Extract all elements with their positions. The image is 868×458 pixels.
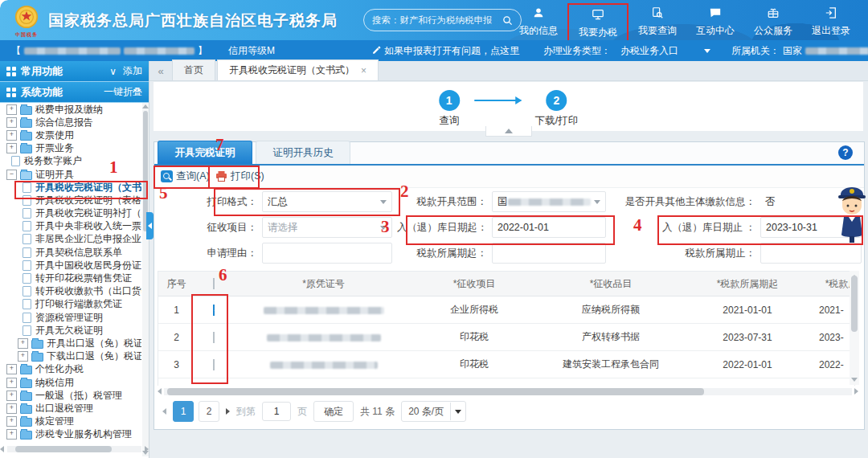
sidebar-item-3[interactable]: +开票业务	[0, 142, 141, 155]
page-button-1[interactable]: 1	[173, 401, 194, 422]
sidebar-item-16[interactable]: 资源税管理证明	[0, 311, 141, 324]
prev-page-icon[interactable]	[162, 408, 166, 415]
sidebar-item-6[interactable]: 开具税收完税证明（文书式）	[0, 181, 141, 194]
row-checkbox[interactable]	[213, 305, 215, 316]
form-label: 是否开具其他主体缴款信息：	[611, 189, 755, 215]
sidebar-section-common[interactable]: 常用功能 ∨ 添加	[0, 61, 149, 82]
nav-item-0[interactable]: 我的信息	[510, 3, 567, 40]
sidebar-item-12[interactable]: 开具中国税收居民身份证明	[0, 259, 141, 272]
sidebar-item-2[interactable]: +发票使用	[0, 129, 141, 141]
expand-icon[interactable]: +	[18, 338, 28, 349]
sidebar-item-13[interactable]: 转开印花税票销售凭证	[0, 272, 141, 284]
declaration-notice-link[interactable]: 如果申报表打开有问题，点这里	[371, 44, 519, 58]
sidebar-item-23[interactable]: +出口退税管理	[0, 402, 141, 415]
next-page-icon[interactable]	[226, 408, 230, 415]
help-icon[interactable]: ?	[838, 145, 853, 160]
sidebar-item-15[interactable]: 打印银行端缴款凭证	[0, 298, 141, 311]
expand-icon[interactable]: +	[6, 416, 17, 427]
scrollbar-thumb[interactable]	[167, 388, 704, 395]
page-size-select[interactable]: 20 条/页	[401, 401, 466, 422]
sidebar-item-19[interactable]: +下载出口退（免）税证明	[0, 350, 141, 363]
sidebar-item-7[interactable]: 开具税收完税证明（表格式）	[0, 194, 141, 207]
expand-icon[interactable]: +	[6, 364, 17, 374]
sidebar-section-system[interactable]: 系统功能 一键折叠	[0, 82, 149, 103]
tab-certificate-history[interactable]: 证明开具历史	[256, 141, 350, 164]
tab-home[interactable]: 首页	[172, 59, 215, 80]
scrollbar-thumb[interactable]	[15, 446, 112, 452]
sidebar-item-22[interactable]: +一般退（抵）税管理	[0, 389, 141, 402]
sidebar-item-21[interactable]: +纳税信用	[0, 376, 141, 389]
sidebar-item-1[interactable]: +综合信息报告	[0, 116, 141, 129]
nav-item-2[interactable]: 我要查询	[628, 3, 686, 40]
query-button[interactable]: 查询(A)	[161, 168, 210, 184]
cell-item: 产权转移书据	[534, 385, 687, 386]
sidebar-item-18[interactable]: +开具出口退（免）税证明	[0, 337, 141, 350]
add-link[interactable]: 添加	[123, 64, 142, 78]
sidebar-item-9[interactable]: 开具中央非税收入统一票据	[0, 220, 141, 233]
nav-item-5[interactable]: 退出登录	[802, 3, 860, 40]
form-input[interactable]: 2022-01-01	[492, 217, 606, 238]
tab-issue-certificate[interactable]: 开具完税证明	[158, 141, 252, 164]
expand-icon[interactable]: +	[6, 378, 17, 388]
sidebar-item-5[interactable]: −证明开具	[0, 168, 141, 181]
header-search-input[interactable]: 搜索：财产和行为税纳税申报	[363, 9, 522, 31]
expand-icon[interactable]: +	[6, 104, 17, 115]
sidebar-item-25[interactable]: +涉税专业服务机构管理	[0, 428, 141, 441]
business-type-value[interactable]: 办税业务入口	[620, 44, 678, 58]
form-select[interactable]: 请选择	[262, 217, 392, 238]
sidebar-item-24[interactable]: +核定管理	[0, 415, 141, 428]
sidebar-horizontal-scrollbar[interactable]	[0, 445, 149, 453]
expand-icon[interactable]: +	[6, 130, 17, 141]
sidebar-item-14[interactable]: 转开税收缴款书（出口货物劳务）	[0, 285, 141, 298]
scroll-up-icon[interactable]	[142, 104, 149, 108]
jump-page-input[interactable]: 1	[262, 402, 291, 421]
sidebar-item-0[interactable]: +税费申报及缴纳	[0, 103, 141, 116]
page-button-2[interactable]: 2	[199, 401, 219, 422]
form-input[interactable]	[262, 243, 392, 264]
sidebar-item-20[interactable]: +个性化办税	[0, 363, 141, 376]
scroll-left-icon[interactable]	[0, 446, 4, 452]
sidebar-vertical-scrollbar[interactable]	[142, 103, 149, 456]
nav-item-1[interactable]: 我要办税	[567, 3, 628, 43]
sidebar-item-11[interactable]: 开具契税信息联系单	[0, 246, 141, 259]
scroll-right-icon[interactable]	[854, 388, 858, 395]
sidebar-item-10[interactable]: 非居民企业汇总申报企业所得税	[0, 233, 141, 246]
table-vertical-scrollbar[interactable]	[850, 271, 859, 385]
scrollbar-thumb[interactable]	[851, 276, 858, 332]
table-row: 2印花税产权转移书据2023-07-312023-	[158, 324, 854, 351]
expand-icon[interactable]: +	[6, 143, 17, 153]
row-checkbox[interactable]	[213, 359, 215, 370]
form-select[interactable]: 国	[492, 191, 606, 212]
chevron-icon[interactable]: ∨	[109, 66, 117, 77]
close-icon[interactable]: ×	[361, 65, 366, 76]
expand-icon[interactable]: +	[6, 403, 17, 414]
select-all-checkbox[interactable]	[213, 278, 215, 289]
form-label: 税款所属期起：	[397, 240, 487, 266]
tab-current-page[interactable]: 开具税收完税证明（文书式） ×	[217, 59, 379, 80]
scroll-down-icon[interactable]	[851, 378, 858, 382]
confirm-button[interactable]: 确定	[313, 401, 354, 422]
expand-icon[interactable]: +	[6, 429, 17, 440]
nav-item-3[interactable]: 互动中心	[686, 3, 744, 40]
print-button[interactable]: 打印(S)	[215, 168, 264, 184]
expand-icon[interactable]: +	[18, 351, 28, 362]
collapse-icon[interactable]: −	[6, 170, 17, 180]
sidebar-item-8[interactable]: 开具税收完税证明补打（表格式）	[0, 207, 141, 220]
sidebar-collapse-handle[interactable]	[146, 212, 154, 239]
form-input[interactable]	[492, 243, 606, 264]
scroll-right-icon[interactable]	[145, 446, 149, 452]
table-horizontal-scrollbar[interactable]	[158, 386, 858, 396]
sidebar-item-17[interactable]: 开具无欠税证明	[0, 324, 141, 337]
sidebar-item-label: 开具税收完税证明（文书式）	[35, 181, 141, 194]
scroll-left-icon[interactable]	[158, 388, 162, 395]
sidebar-item-4[interactable]: 税务数字账户	[0, 155, 141, 168]
steps-collapse-button[interactable]	[485, 126, 532, 137]
expand-icon[interactable]: +	[6, 117, 17, 128]
tabs-collapse-button[interactable]: «	[149, 65, 172, 80]
nav-item-4[interactable]: 公众服务	[744, 3, 802, 40]
form-select[interactable]: 汇总	[262, 191, 392, 212]
expand-icon[interactable]: +	[6, 391, 17, 401]
row-checkbox[interactable]	[213, 332, 215, 343]
collapse-all-link[interactable]: 一键折叠	[104, 85, 142, 99]
chevron-down-icon[interactable]	[704, 49, 710, 53]
